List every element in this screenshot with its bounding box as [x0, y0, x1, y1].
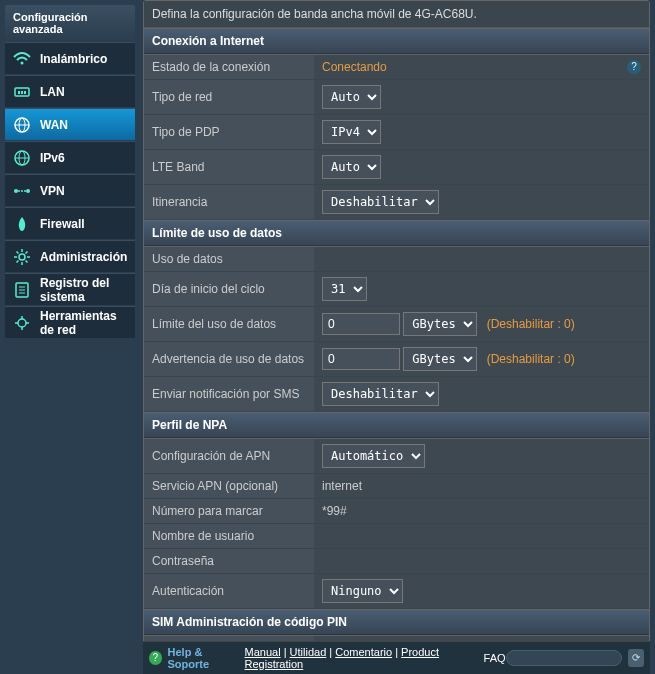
limit-unit-select[interactable]: GBytes — [403, 312, 477, 336]
search-go-button[interactable]: ⟳ — [628, 649, 644, 667]
vpn-icon — [11, 180, 33, 202]
row-label: Servicio APN (opcional) — [144, 474, 314, 499]
sidebar-item-label: WAN — [40, 118, 68, 132]
net-type-select[interactable]: Auto — [322, 85, 381, 109]
row-label: Uso de datos — [144, 247, 314, 272]
log-icon — [11, 279, 33, 301]
svg-point-14 — [19, 254, 25, 260]
svg-point-19 — [18, 319, 26, 327]
svg-point-11 — [14, 189, 18, 193]
sidebar-item-label: Administración — [40, 250, 127, 264]
row-label: Autenticación — [144, 574, 314, 609]
globe-icon — [11, 147, 33, 169]
help-label: Help & Soporte — [168, 646, 239, 670]
row-label: Nombre de usuario — [144, 524, 314, 549]
limit-input[interactable] — [322, 313, 400, 335]
row-label: LTE Band — [144, 150, 314, 185]
row-label: Enviar notificación por SMS — [144, 377, 314, 412]
section-data-limit: Límite de uso de datos — [144, 220, 649, 246]
row-label: Estado de la conexión — [144, 55, 314, 80]
sidebar-item-vpn[interactable]: VPN — [5, 174, 135, 206]
sidebar: Configuración avanzada Inalámbrico LAN W… — [0, 0, 140, 674]
sidebar-header: Configuración avanzada — [5, 5, 135, 41]
faq-link[interactable]: FAQ — [484, 652, 506, 664]
row-label: Contraseña — [144, 549, 314, 574]
sidebar-item-lan[interactable]: LAN — [5, 75, 135, 107]
wireless-icon — [11, 48, 33, 70]
connection-state: Conectando — [322, 60, 387, 74]
pass-value — [314, 549, 649, 574]
svg-point-0 — [21, 61, 24, 64]
fire-icon — [11, 213, 33, 235]
row-label: Tipo de PDP — [144, 115, 314, 150]
sidebar-item-ipv6[interactable]: IPv6 — [5, 141, 135, 173]
sidebar-item-nettools[interactable]: Herramientas de red — [5, 306, 135, 338]
lte-band-select[interactable]: Auto — [322, 155, 381, 179]
help-icon: ? — [149, 651, 162, 665]
section-sim: SIM Administración de código PIN — [144, 609, 649, 635]
sidebar-item-label: IPv6 — [40, 151, 65, 165]
usage-value — [314, 247, 649, 272]
section-connection: Conexión a Internet — [144, 28, 649, 54]
footer-links: Manual | Utilidad | Comentario | Product… — [245, 646, 474, 670]
row-label: Itinerancia — [144, 185, 314, 220]
svg-point-12 — [26, 189, 30, 193]
sidebar-item-syslog[interactable]: Registro del sistema — [5, 273, 135, 305]
dial-value: *99# — [314, 499, 649, 524]
svg-rect-3 — [21, 91, 23, 94]
sidebar-item-label: LAN — [40, 85, 65, 99]
row-label: Límite del uso de datos — [144, 307, 314, 342]
sidebar-item-label: Firewall — [40, 217, 85, 231]
warn-input[interactable] — [322, 348, 400, 370]
warn-unit-select[interactable]: GBytes — [403, 347, 477, 371]
apn-service-value: internet — [314, 474, 649, 499]
section-apn: Perfil de NPA — [144, 412, 649, 438]
row-label: Día de inicio del ciclo — [144, 272, 314, 307]
sidebar-item-admin[interactable]: Administración — [5, 240, 135, 272]
svg-rect-2 — [18, 91, 20, 94]
search-input[interactable] — [506, 650, 622, 666]
apn-conf-select[interactable]: Automático — [322, 444, 425, 468]
limit-hint: (Deshabilitar : 0) — [487, 317, 575, 331]
globe-icon — [11, 114, 33, 136]
sidebar-item-firewall[interactable]: Firewall — [5, 207, 135, 239]
row-label: Número para marcar — [144, 499, 314, 524]
sidebar-item-label: Herramientas de red — [40, 309, 129, 337]
sidebar-item-label: Inalámbrico — [40, 52, 107, 66]
link-utility[interactable]: Utilidad — [290, 646, 327, 658]
sidebar-item-label: Registro del sistema — [40, 276, 129, 304]
cycle-day-select[interactable]: 31 — [322, 277, 367, 301]
pdp-type-select[interactable]: IPv4 — [322, 120, 381, 144]
sidebar-item-wireless[interactable]: Inalámbrico — [5, 42, 135, 74]
link-comment[interactable]: Comentario — [335, 646, 392, 658]
sidebar-item-label: VPN — [40, 184, 65, 198]
gear-icon — [11, 246, 33, 268]
panel-description: Defina la configuración de banda ancha m… — [144, 1, 649, 28]
sms-select[interactable]: Deshabilitar — [322, 382, 439, 406]
roaming-select[interactable]: Deshabilitar — [322, 190, 439, 214]
tools-icon — [11, 312, 33, 334]
user-value — [314, 524, 649, 549]
lan-icon — [11, 81, 33, 103]
main-panel: Defina la configuración de banda ancha m… — [143, 0, 650, 641]
footer: ? Help & Soporte Manual | Utilidad | Com… — [143, 641, 650, 674]
row-label: Advertencia de uso de datos — [144, 342, 314, 377]
link-manual[interactable]: Manual — [245, 646, 281, 658]
sidebar-item-wan[interactable]: WAN — [5, 108, 135, 140]
auth-select[interactable]: Ninguno — [322, 579, 403, 603]
row-label: Configuración de APN — [144, 439, 314, 474]
svg-rect-4 — [24, 91, 26, 94]
warn-hint: (Deshabilitar : 0) — [487, 352, 575, 366]
row-label: Tipo de red — [144, 80, 314, 115]
help-icon[interactable]: ? — [627, 60, 641, 74]
